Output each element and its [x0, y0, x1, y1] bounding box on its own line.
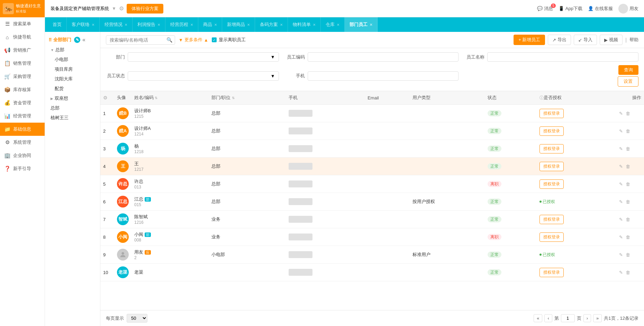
auth-btn[interactable]: 授权登录 [539, 109, 564, 118]
delete-icon[interactable]: 🗑 [626, 270, 630, 275]
settings-icon[interactable]: ⚙ [119, 5, 124, 12]
delete-icon[interactable]: 🗑 [626, 217, 630, 222]
last-page-btn[interactable]: » [593, 314, 602, 322]
trial-btn[interactable]: 体验行业方案 [127, 4, 163, 14]
delete-icon[interactable]: 🗑 [626, 235, 630, 240]
dept-filter-select[interactable]: ▼ [128, 52, 279, 62]
message-btn[interactable]: 💬 消息 5 [537, 6, 553, 12]
view-btn[interactable]: ▶ 视频 [600, 35, 623, 45]
status-filter-select[interactable]: ▼ [128, 71, 279, 81]
col-settings[interactable]: ⚙ [100, 91, 114, 105]
prev-page-btn[interactable]: ‹ [544, 314, 552, 322]
show-resigned-toggle[interactable]: ✓ 显示离职员工 [212, 37, 246, 43]
tab-barcode[interactable]: 条码方案✕ [255, 17, 288, 32]
more-filter-btn[interactable]: ▼ 更多条件 ▲ [179, 37, 208, 43]
tab-close-warehouse[interactable]: ✕ [337, 23, 339, 27]
delete-icon[interactable]: 🗑 [626, 252, 630, 257]
tab-close-history[interactable]: ✕ [190, 23, 193, 27]
edit-icon[interactable]: ✎ [619, 146, 623, 151]
edit-icon[interactable]: ✎ [619, 235, 623, 240]
tree-item-shenyang[interactable]: 沈阳大库 [45, 74, 100, 84]
sidebar-item-purchase[interactable]: 🛒采购管理 [0, 70, 45, 83]
sidebar-item-guide[interactable]: ❓新手引导 [0, 162, 45, 175]
edit-icon[interactable]: ✎ [619, 164, 623, 169]
auth-btn[interactable]: 授权登录 [539, 232, 564, 242]
tab-goods[interactable]: 商品✕ [198, 17, 222, 32]
tab-close-profit[interactable]: ✕ [157, 23, 160, 27]
user-menu-btn[interactable]: 用友 [618, 4, 638, 14]
edit-icon[interactable]: ✎ [619, 129, 623, 134]
sidebar-item-system[interactable]: ⚙系统管理 [0, 136, 45, 149]
edit-icon[interactable]: ✎ [619, 252, 623, 257]
tab-close-bom[interactable]: ✕ [313, 23, 316, 27]
tab-close-customer[interactable]: ✕ [92, 23, 94, 27]
tree-item-hq[interactable]: 总部 [45, 103, 100, 113]
edit-icon[interactable]: ✎ [619, 199, 623, 204]
sidebar-item-search-menu[interactable]: ☰搜索菜单 [0, 17, 45, 30]
edit-icon[interactable]: ✎ [619, 270, 623, 275]
tab-close-new-goods[interactable]: ✕ [247, 23, 250, 27]
delete-icon[interactable]: 🗑 [626, 164, 630, 169]
first-page-btn[interactable]: « [534, 314, 542, 322]
sidebar-item-operations[interactable]: 📊经营管理 [0, 109, 45, 123]
col-dept[interactable]: 部门/职位 ⇅ [209, 91, 286, 105]
tree-item-plant-king[interactable]: 植树王三 [45, 113, 100, 123]
tab-close-employees[interactable]: ✕ [370, 23, 372, 27]
sidebar-item-sales[interactable]: 📋销售管理 [0, 57, 45, 70]
tab-profit[interactable]: 利润报告✕ [133, 17, 165, 32]
system-dropdown-icon[interactable]: ▼ [112, 6, 116, 11]
sidebar-item-finance[interactable]: 💰资金管理 [0, 96, 45, 109]
tab-close-goods[interactable]: ✕ [214, 23, 217, 27]
sidebar-item-inventory[interactable]: 📦库存核算 [0, 83, 45, 96]
tree-item-project-room[interactable]: 项目库房 [45, 64, 100, 74]
edit-icon[interactable]: ✎ [619, 111, 623, 116]
col-name[interactable]: 姓名/编码 ⇅ [131, 91, 209, 105]
search-input[interactable] [106, 35, 175, 45]
per-page-select[interactable]: 50 20 100 [127, 314, 147, 323]
auth-btn[interactable]: 授权登录 [539, 126, 564, 136]
auth-btn[interactable]: 授权登录 [539, 179, 564, 189]
tree-item-double-seat[interactable]: ▶ 双座想 [45, 94, 100, 103]
tab-new-goods[interactable]: 新增商品✕ [222, 17, 255, 32]
dept-edit-icon[interactable]: ✎ [74, 37, 80, 43]
delete-icon[interactable]: 🗑 [626, 199, 630, 204]
tree-item-small-electric[interactable]: 小电部 [45, 55, 100, 64]
delete-icon[interactable]: 🗑 [626, 146, 630, 151]
tab-operations[interactable]: 经营情况✕ [100, 17, 133, 32]
delete-icon[interactable]: 🗑 [626, 129, 630, 134]
tab-customer[interactable]: 客户联络✕ [67, 17, 100, 32]
tree-item-headquarter[interactable]: ▼ 总部 [45, 45, 100, 55]
set-btn[interactable]: 设置 [618, 76, 638, 87]
sidebar-item-quick-nav[interactable]: ⌂快捷导航 [0, 30, 45, 44]
tab-close-barcode[interactable]: ✕ [280, 23, 283, 27]
tab-bom[interactable]: 物料清单✕ [288, 17, 321, 32]
tab-history[interactable]: 经营历程✕ [165, 17, 198, 32]
edit-icon[interactable]: ✎ [619, 217, 623, 222]
online-service-btn[interactable]: 👤 在线客服 [588, 6, 613, 12]
app-download-btn[interactable]: 📱 App下载 [559, 6, 582, 12]
tab-warehouse[interactable]: 仓库✕ [321, 17, 345, 32]
sidebar-item-basic-info[interactable]: 📁基础信息 [0, 123, 45, 136]
tab-employees[interactable]: 部门员工✕ [345, 17, 378, 32]
sidebar-item-company[interactable]: 🏢企业协同 [0, 149, 45, 162]
emp-code-input[interactable] [308, 52, 459, 62]
sidebar-item-marketing[interactable]: 📢营销推广 [0, 44, 45, 57]
page-input[interactable] [561, 314, 575, 322]
import-btn[interactable]: ↙ 导入 [574, 35, 597, 45]
auth-btn[interactable]: 授权登录 [539, 215, 564, 224]
delete-icon[interactable]: 🗑 [626, 182, 630, 187]
export-btn[interactable]: ↗ 导出 [548, 35, 571, 45]
edit-icon[interactable]: ✎ [619, 182, 623, 187]
auth-btn[interactable]: 授权登录 [539, 268, 564, 277]
tab-close-operations[interactable]: ✕ [125, 23, 127, 27]
delete-icon[interactable]: 🗑 [626, 111, 630, 116]
tab-home[interactable]: 首页 [48, 17, 67, 32]
tree-item-distribution[interactable]: 配货 [45, 84, 100, 94]
next-page-btn[interactable]: › [583, 314, 591, 322]
dept-collapse-icon[interactable]: « [82, 37, 85, 43]
auth-btn[interactable]: 授权登录 [539, 144, 564, 153]
emp-name-input[interactable] [487, 52, 638, 62]
add-employee-btn[interactable]: + 新增员工 [514, 35, 545, 45]
query-btn[interactable]: 查询 [618, 65, 638, 75]
phone-input[interactable] [308, 71, 459, 81]
